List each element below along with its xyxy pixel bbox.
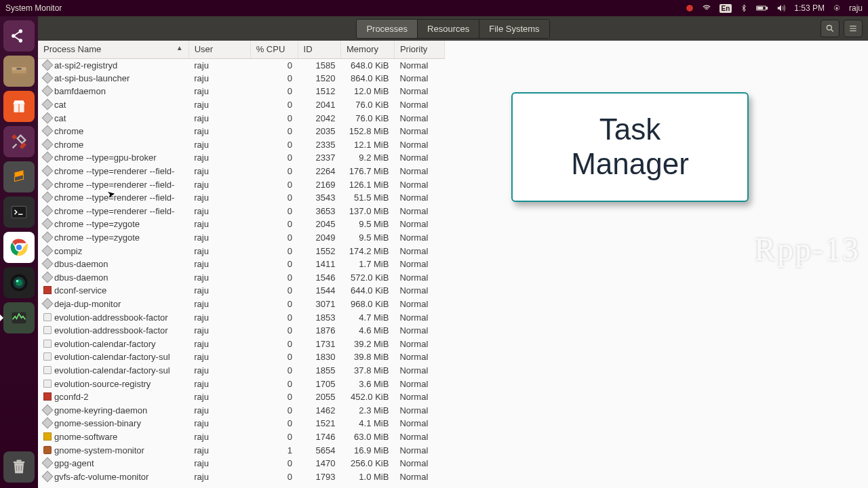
hamburger-menu-button[interactable] — [844, 20, 863, 37]
process-id: 2337 — [298, 151, 340, 165]
table-row[interactable]: chrome --type=renderer --field-raju02169… — [38, 178, 445, 191]
column-header-id[interactable]: ID — [298, 41, 340, 58]
process-user: raju — [189, 58, 250, 72]
launcher-dash[interactable] — [3, 20, 35, 52]
launcher-sublime[interactable] — [3, 161, 35, 192]
process-priority: Normal — [394, 457, 444, 470]
column-header-cpu[interactable]: % CPU — [250, 41, 298, 58]
process-table[interactable]: Process Name▲ User % CPU ID Memory Prior… — [38, 41, 445, 483]
clock[interactable]: 1:53 PM — [794, 3, 825, 13]
table-row[interactable]: catraju0204176.0 KiBNormal — [38, 98, 445, 112]
process-cpu: 0 — [250, 151, 298, 165]
table-row[interactable]: evolution-calendar-factory-sulraju018553… — [38, 364, 445, 378]
process-cpu: 0 — [250, 58, 298, 72]
record-icon[interactable] — [686, 4, 694, 12]
process-memory: 4.7 MiB — [341, 310, 395, 324]
process-memory: 4.6 MiB — [341, 324, 395, 338]
search-button[interactable] — [821, 20, 840, 37]
table-row[interactable]: gnome-softwareraju0174663.0 MiBNormal — [38, 430, 445, 444]
table-row[interactable]: dbus-daemonraju014111.7 MiBNormal — [38, 258, 445, 271]
process-id: 2041 — [298, 98, 340, 112]
table-row[interactable]: gnome-session-binaryraju015214.1 MiBNorm… — [38, 417, 445, 430]
process-name: evolution-calendar-factory — [54, 339, 156, 349]
status-area: En 1:53 PM raju — [686, 3, 863, 13]
process-memory: 3.6 MiB — [341, 377, 395, 390]
tab-resources[interactable]: Resources — [417, 20, 479, 38]
table-row[interactable]: chrome --type=renderer --field-raju03543… — [38, 191, 445, 205]
table-row[interactable]: deja-dup-monitorraju03071968.0 KiBNormal — [38, 298, 445, 311]
svg-rect-10 — [17, 68, 22, 69]
process-id: 2169 — [298, 178, 340, 191]
table-row[interactable]: chromeraju02035152.8 MiBNormal — [38, 125, 445, 138]
process-cpu: 0 — [250, 111, 298, 125]
column-header-name[interactable]: Process Name▲ — [38, 41, 189, 58]
table-row[interactable]: chrome --type=renderer --field-raju03653… — [38, 205, 445, 218]
launcher-terminal[interactable] — [3, 197, 35, 228]
toolbar: Processes Resources File Systems — [38, 16, 868, 41]
bluetooth-icon[interactable] — [740, 3, 748, 13]
process-memory: 51.5 MiB — [341, 191, 395, 205]
process-memory: 9.2 MiB — [341, 151, 395, 165]
table-row[interactable]: bamfdaemonraju0151212.0 MiBNormal — [38, 85, 445, 98]
launcher-chrome[interactable] — [3, 232, 35, 263]
table-row[interactable]: chrome --type=renderer --field-raju02264… — [38, 165, 445, 178]
process-name: chrome --type=zygote — [54, 219, 140, 229]
process-name: chrome --type=zygote — [54, 232, 140, 243]
process-memory: 1.0 MiB — [341, 470, 395, 483]
launcher-system-monitor[interactable] — [3, 302, 35, 333]
column-header-memory[interactable]: Memory — [341, 41, 395, 58]
process-priority: Normal — [394, 403, 444, 417]
table-row[interactable]: compizraju01552174.2 MiBNormal — [38, 244, 445, 258]
table-row[interactable]: gnome-system-monitorraju1565416.9 MiBNor… — [38, 443, 445, 457]
launcher-trash[interactable] — [3, 451, 35, 483]
process-icon — [43, 366, 52, 374]
process-name: chrome --type=gpu-broker — [54, 152, 157, 163]
table-row[interactable]: chrome --type=gpu-brokerraju023379.2 MiB… — [38, 151, 445, 165]
table-row[interactable]: gconfd-2raju02055452.0 KiBNormal — [38, 390, 445, 404]
table-row[interactable]: evolution-calendar-factory-sulraju018303… — [38, 350, 445, 364]
gear-icon[interactable] — [833, 4, 841, 12]
process-user: raju — [189, 205, 250, 218]
table-row[interactable]: evolution-addressbook-factorraju018764.6… — [38, 324, 445, 338]
table-row[interactable]: evolution-addressbook-factorraju018534.7… — [38, 310, 445, 324]
table-row[interactable]: at-spi-bus-launcherraju01520864.0 KiBNor… — [38, 72, 445, 85]
table-row[interactable]: evolution-source-registryraju017053.6 Mi… — [38, 377, 445, 390]
volume-icon[interactable] — [776, 3, 786, 13]
process-user: raju — [189, 178, 250, 191]
column-header-user[interactable]: User — [189, 41, 250, 58]
table-row[interactable]: catraju0204276.0 KiBNormal — [38, 111, 445, 125]
table-row[interactable]: gvfs-afc-volume-monitorraju017931.0 MiBN… — [38, 470, 445, 483]
launcher-software-center[interactable] — [3, 91, 35, 122]
user-indicator[interactable]: raju — [849, 3, 863, 13]
tab-filesystems[interactable]: File Systems — [479, 20, 549, 38]
process-priority: Normal — [394, 218, 444, 231]
process-cpu: 0 — [250, 417, 298, 430]
launcher-files[interactable] — [3, 56, 35, 87]
process-icon — [42, 112, 54, 123]
process-cpu: 0 — [250, 310, 298, 324]
process-id: 1585 — [298, 58, 340, 72]
process-id: 2045 — [298, 218, 340, 231]
battery-icon[interactable] — [756, 4, 768, 12]
process-memory: 864.0 KiB — [341, 72, 395, 85]
process-priority: Normal — [394, 205, 444, 218]
tab-processes[interactable]: Processes — [357, 20, 417, 38]
process-id: 2264 — [298, 165, 340, 178]
table-row[interactable]: dconf-serviceraju01544644.0 KiBNormal — [38, 284, 445, 298]
table-row[interactable]: chromeraju0233512.1 MiBNormal — [38, 138, 445, 152]
table-row[interactable]: chrome --type=zygoteraju020499.5 MiBNorm… — [38, 231, 445, 245]
process-id: 1411 — [298, 258, 340, 271]
launcher-camera[interactable] — [3, 267, 35, 298]
table-row[interactable]: at-spi2-registrydraju01585648.0 KiBNorma… — [38, 58, 445, 72]
column-header-priority[interactable]: Priority — [394, 41, 444, 58]
launcher-settings[interactable] — [3, 126, 35, 157]
wifi-icon[interactable] — [702, 3, 711, 13]
table-row[interactable]: chrome --type=zygoteraju020459.5 MiBNorm… — [38, 218, 445, 231]
annotation-line1: Task — [571, 113, 689, 147]
keyboard-lang-indicator[interactable]: En — [719, 4, 732, 13]
table-row[interactable]: gnome-keyring-daemonraju014622.3 MiBNorm… — [38, 403, 445, 417]
process-user: raju — [189, 138, 250, 152]
table-row[interactable]: dbus-daemonraju01546572.0 KiBNormal — [38, 271, 445, 285]
table-row[interactable]: evolution-calendar-factoryraju0173139.2 … — [38, 337, 445, 350]
table-row[interactable]: gpg-agentraju01470256.0 KiBNormal — [38, 457, 445, 470]
